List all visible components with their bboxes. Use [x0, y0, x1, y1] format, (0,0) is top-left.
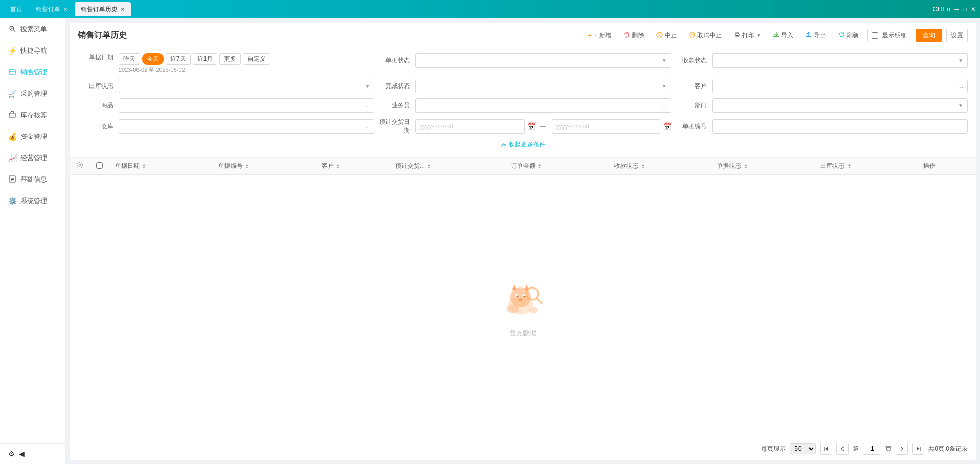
date-quick-btns: 昨天 今天 近7天 近1月 更多 自定义: [119, 53, 374, 65]
tab-sales-order[interactable]: 销售订单 ✕: [30, 2, 74, 16]
refresh-button[interactable]: 刷新: [834, 29, 863, 42]
show-detail-checkbox[interactable]: [872, 32, 878, 39]
th-order-status[interactable]: 单据状态: [711, 158, 814, 175]
delete-button[interactable]: 删除: [620, 29, 648, 42]
next-page-btn[interactable]: [896, 443, 908, 455]
sidebar-item-capital-mgmt[interactable]: 💰 资金管理: [0, 126, 65, 147]
th-payment-status[interactable]: 收款状态: [608, 158, 711, 175]
th-amount[interactable]: 订单金额: [505, 158, 608, 175]
sidebar-item-inventory[interactable]: 库存核算: [0, 104, 65, 126]
payment-status-sort-icon[interactable]: [641, 164, 645, 169]
tab-home[interactable]: 首页: [4, 2, 29, 16]
page-number-input[interactable]: [863, 443, 881, 455]
order-status-select[interactable]: ▼: [415, 53, 671, 68]
tab-sales-order-label: 销售订单: [36, 5, 60, 14]
collapse-row[interactable]: 收起更多条件: [78, 138, 968, 151]
export-button[interactable]: 导出: [802, 29, 830, 42]
date-yesterday-btn[interactable]: 昨天: [119, 53, 140, 65]
sidebar-item-quick-nav[interactable]: ⚡ 快捷导航: [0, 40, 65, 61]
date-1month-btn[interactable]: 近1月: [193, 53, 218, 65]
stock-status-sort-icon[interactable]: [848, 164, 851, 169]
customer-label: 客户: [671, 82, 712, 91]
th-number[interactable]: 单据编号: [212, 158, 315, 175]
date-more-btn[interactable]: 更多: [219, 53, 241, 65]
order-number-input[interactable]: [712, 119, 968, 134]
select-all-checkbox[interactable]: [96, 162, 103, 169]
tab-sales-order-close[interactable]: ✕: [63, 7, 67, 12]
sidebar-settings-icon[interactable]: ⚙: [8, 450, 15, 458]
prev-page-btn[interactable]: [836, 443, 849, 455]
delivery-date-end[interactable]: yyyy-mm-dd: [552, 119, 660, 134]
number-sort-icon[interactable]: [245, 164, 249, 169]
last-page-btn[interactable]: [912, 443, 924, 455]
main-content: 销售订单历史 + + 新增 删除: [65, 18, 980, 464]
stock-out-status-select[interactable]: ▼: [119, 79, 374, 93]
date-range-display: 2023-06-02 至 2023-06-02: [119, 66, 374, 74]
cancel-stop-button[interactable]: 取消中止: [685, 29, 726, 42]
order-status-sort-icon[interactable]: [744, 164, 748, 169]
page-size-select[interactable]: 50 10 20 100: [790, 443, 816, 454]
cancel-stop-label: 取消中止: [697, 31, 722, 40]
th-amount-label: 订单金额: [511, 162, 535, 169]
sidebar-item-sales-mgmt[interactable]: 销售管理: [0, 61, 65, 83]
inventory-icon: [8, 111, 16, 120]
window-max-btn[interactable]: □: [963, 6, 967, 13]
show-detail-checkbox-container[interactable]: 显示明细: [867, 29, 911, 42]
table-header-row: 单据日期 单据编号: [70, 158, 976, 175]
delivery-date-sort-icon[interactable]: [427, 164, 431, 169]
th-date[interactable]: 单据日期: [109, 158, 212, 175]
ops-mgmt-icon: 📈: [8, 154, 16, 162]
th-stock-status[interactable]: 出库状态: [814, 158, 917, 175]
department-select[interactable]: ▼: [712, 98, 968, 113]
salesperson-input[interactable]: ...: [415, 98, 671, 113]
sidebar-item-ops-mgmt[interactable]: 📈 经营管理: [0, 147, 65, 169]
window-close-btn[interactable]: ✕: [971, 6, 976, 13]
customer-input[interactable]: ...: [712, 79, 968, 93]
sidebar-item-basic-info[interactable]: 基础信息: [0, 169, 65, 190]
top-bar-right: OfTEn ─ □ ✕: [933, 6, 976, 13]
complete-status-select[interactable]: ▼: [415, 79, 671, 93]
import-icon: [773, 32, 779, 39]
add-button[interactable]: + + 新增: [584, 29, 616, 42]
first-page-btn[interactable]: [820, 443, 832, 455]
tab-sales-order-history-close[interactable]: ✕: [121, 7, 125, 12]
product-input[interactable]: ...: [119, 98, 374, 113]
refresh-icon: [838, 32, 845, 39]
th-customer[interactable]: 客户: [315, 158, 389, 175]
calendar-start-icon[interactable]: 📅: [527, 122, 535, 130]
often-text: OfTEn: [933, 6, 951, 13]
delivery-date-start[interactable]: yyyy-mm-dd: [415, 119, 524, 134]
warehouse-label: 仓库: [78, 122, 119, 131]
svg-line-1: [14, 30, 16, 32]
empty-icon: [497, 274, 549, 320]
date-sort-icon[interactable]: [142, 164, 146, 169]
query-button[interactable]: 查询: [916, 29, 942, 42]
tab-sales-order-history[interactable]: 销售订单历史 ✕: [75, 2, 131, 16]
sidebar-item-purchase-mgmt[interactable]: 🛒 采购管理: [0, 83, 65, 104]
warehouse-input[interactable]: ...: [119, 119, 374, 134]
window-min-btn[interactable]: ─: [954, 6, 959, 13]
date-custom-btn[interactable]: 自定义: [243, 53, 270, 65]
th-delivery-date[interactable]: 预计交货...: [389, 158, 505, 175]
print-button[interactable]: 打印 ▼: [730, 29, 765, 42]
stop-label: 中止: [665, 31, 677, 40]
sidebar-item-ops-mgmt-label: 经营管理: [20, 153, 47, 163]
amount-sort-icon[interactable]: [538, 164, 541, 169]
complete-status-label: 完成状态: [374, 82, 415, 91]
settings-button[interactable]: 设置: [946, 29, 968, 42]
stock-out-status-label: 出库状态: [78, 82, 119, 91]
sidebar-collapse-icon[interactable]: ◀: [19, 450, 25, 458]
sidebar-item-search-menu[interactable]: 搜索菜单: [0, 18, 65, 40]
sidebar-item-sys-mgmt[interactable]: ⚙️ 系统管理: [0, 190, 65, 212]
th-settings[interactable]: [70, 158, 90, 175]
date-today-btn[interactable]: 今天: [142, 53, 164, 65]
toolbar: + + 新增 删除 中止: [584, 29, 968, 42]
date-7days-btn[interactable]: 近7天: [166, 53, 191, 65]
calendar-end-icon[interactable]: 📅: [663, 122, 671, 130]
customer-sort-icon[interactable]: [336, 164, 340, 169]
delivery-date-label: 预计交货日期: [374, 118, 415, 135]
stop-button[interactable]: 中止: [652, 29, 681, 42]
import-button[interactable]: 导入: [769, 29, 797, 42]
payment-status-select[interactable]: ▼: [712, 53, 968, 68]
th-checkbox[interactable]: [90, 158, 109, 175]
